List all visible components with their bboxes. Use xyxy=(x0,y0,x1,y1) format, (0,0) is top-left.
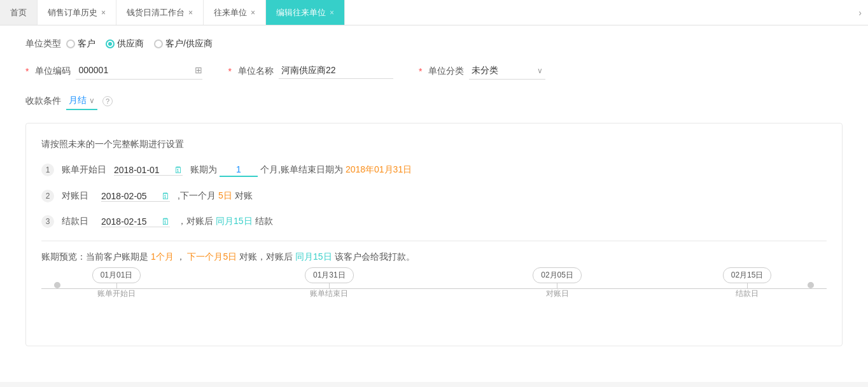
radio-supplier-circle xyxy=(106,39,115,48)
unit-category-value: 未分类 xyxy=(472,65,532,76)
payment-chevron-icon: ∨ xyxy=(89,96,95,105)
calendar-icon-2[interactable]: 🗓 xyxy=(161,191,170,201)
radio-customer-circle xyxy=(66,39,75,48)
period-1-desc: 账期为 个月,账单结束日期为 2018年01月31日 xyxy=(190,163,412,177)
period-num-1: 1 xyxy=(41,164,54,176)
unit-name-group: * 单位名称 xyxy=(228,63,393,79)
radio-both-circle xyxy=(154,39,163,48)
start-date-input-group: 🗓 xyxy=(114,165,183,176)
period-3-prefix: ，对账后 xyxy=(178,216,213,227)
preview-text1: 对账，对账后 xyxy=(239,251,295,262)
radio-customer-label: 客户 xyxy=(78,38,95,50)
chevron-down-icon: ∨ xyxy=(537,66,543,75)
node-4-text: 结款日 xyxy=(736,288,759,299)
tab-partner-label: 往来单位 xyxy=(214,7,247,18)
period-2-suffix: 对账 xyxy=(235,190,253,202)
radio-customer[interactable]: 客户 xyxy=(66,38,95,50)
tab-edit-partner[interactable]: 编辑往来单位 × xyxy=(266,0,345,25)
node-1-line xyxy=(116,283,117,288)
node-3-label: 02月05日 xyxy=(533,267,582,283)
calendar-icon-1[interactable]: 🗓 xyxy=(174,165,183,175)
unit-category-label: 单位分类 xyxy=(428,66,464,77)
help-icon[interactable]: ? xyxy=(102,96,113,106)
end-date-highlight: 2018年01月31日 xyxy=(346,164,412,176)
preview-text: 账期预览：当前客户账期是 1个月 ， 下一个月5日 对账，对账后 同月15日 该… xyxy=(41,251,827,263)
unit-code-group: * 单位编码 ⊞ xyxy=(25,62,202,80)
node-2-line xyxy=(329,283,330,288)
tab-sales-history-close[interactable]: × xyxy=(101,8,106,17)
main-content: 单位类型 客户 供应商 客户/供应商 * 单位编码 xyxy=(0,25,868,382)
months-input[interactable] xyxy=(220,163,258,177)
period-num-2: 2 xyxy=(41,190,54,202)
payment-condition-value: 月结 xyxy=(69,95,87,106)
payment-condition-select[interactable]: 月结 ∨ xyxy=(66,92,97,110)
preview-payment-day: 同月15日 xyxy=(295,251,332,262)
period-num-3: 3 xyxy=(41,215,54,228)
payment-condition-label: 收款条件 xyxy=(25,95,61,107)
period-label-2: 对账日 xyxy=(62,190,94,202)
unit-code-label: 单位编码 xyxy=(35,66,71,77)
unit-code-input[interactable] xyxy=(76,62,192,78)
unit-code-input-wrapper: ⊞ xyxy=(76,62,202,80)
calendar-icon-3[interactable]: 🗓 xyxy=(161,216,170,227)
timeline-line xyxy=(41,288,827,289)
unit-type-label: 单位类型 xyxy=(25,38,61,50)
unit-code-star: * xyxy=(25,66,29,76)
unit-type-row: 单位类型 客户 供应商 客户/供应商 xyxy=(25,38,843,50)
timeline-node-1: 01月01日 账单开始日 xyxy=(92,267,141,299)
tab-cash-work-close[interactable]: × xyxy=(188,8,193,17)
node-2-text: 账单结束日 xyxy=(310,288,348,299)
timeline-node-3: 02月05日 对账日 xyxy=(533,267,582,299)
period-2-desc: ,下一个月5日 对账 xyxy=(178,190,253,202)
period-label-1: 账单开始日 xyxy=(62,164,106,176)
timeline-node-2: 01月31日 账单结束日 xyxy=(305,267,354,299)
node-2-label: 01月31日 xyxy=(305,267,354,283)
period-desc-prefix: 账期为 xyxy=(190,164,217,176)
node-3-text: 对账日 xyxy=(546,288,569,299)
tab-cash-work[interactable]: 钱货日清工作台 × xyxy=(116,0,204,25)
node-4-line xyxy=(747,283,748,288)
copy-icon[interactable]: ⊞ xyxy=(195,65,202,75)
period-2-prefix: ,下一个月 xyxy=(178,190,216,202)
tab-partner-close[interactable]: × xyxy=(251,8,255,17)
period-desc-suffix: 个月,账单结束日期为 xyxy=(260,164,343,176)
tab-more-button[interactable]: › xyxy=(852,0,868,25)
preview-section: 账期预览：当前客户账期是 1个月 ， 下一个月5日 对账，对账后 同月15日 该… xyxy=(41,241,827,330)
preview-text2: 该客户会给我打款。 xyxy=(335,251,415,262)
timeline-bottom-space xyxy=(54,288,814,320)
period-row-3: 3 结款日 🗓 ，对账后 同月15日 结款 xyxy=(41,215,827,228)
payment-date-input[interactable] xyxy=(101,216,158,227)
timeline-node-4: 02月15日 结款日 xyxy=(723,267,772,299)
unit-category-select[interactable]: 未分类 ∨ xyxy=(469,62,545,80)
period-row-1: 1 账单开始日 🗓 账期为 个月,账单结束日期为 2018年01月31日 xyxy=(41,163,827,177)
recon-date-input[interactable] xyxy=(101,191,158,201)
start-date-input[interactable] xyxy=(114,165,171,175)
payment-row: 收款条件 月结 ∨ ? xyxy=(25,92,843,110)
tab-sales-history[interactable]: 销售订单历史 × xyxy=(38,0,116,25)
tab-edit-partner-close[interactable]: × xyxy=(330,8,334,17)
recon-date-input-group: 🗓 xyxy=(101,191,170,202)
tab-home[interactable]: 首页 xyxy=(0,0,38,25)
payment-day-highlight: 同月15日 xyxy=(216,216,253,227)
unit-name-star: * xyxy=(228,66,231,76)
recon-day-highlight: 5日 xyxy=(218,190,232,202)
node-3-line xyxy=(557,283,557,288)
tab-home-label: 首页 xyxy=(10,7,27,18)
unit-info-row: * 单位编码 ⊞ * 单位名称 * 单位分类 未分类 ∨ xyxy=(25,62,843,80)
preview-label: 账期预览：当前客户账期是 xyxy=(41,251,148,262)
unit-name-input[interactable] xyxy=(279,63,393,79)
radio-supplier-label: 供应商 xyxy=(117,38,144,50)
radio-supplier[interactable]: 供应商 xyxy=(106,38,144,50)
preview-recon-day: 下一个月5日 xyxy=(187,251,237,262)
tab-partner[interactable]: 往来单位 × xyxy=(204,0,266,25)
unit-type-group: 单位类型 客户 供应商 客户/供应商 xyxy=(25,38,213,50)
unit-category-star: * xyxy=(419,66,422,76)
period-3-suffix: 结款 xyxy=(255,216,273,227)
radio-both[interactable]: 客户/供应商 xyxy=(154,38,213,50)
timeline-start-dot xyxy=(54,282,60,288)
timeline-nodes: 01月01日 账单开始日 01月31日 账单结束日 02月05日 xyxy=(54,278,814,288)
tab-sales-history-label: 销售订单历史 xyxy=(48,7,97,18)
period-3-desc: ，对账后 同月15日 结款 xyxy=(178,216,273,227)
payment-condition-group: 收款条件 月结 ∨ ? xyxy=(25,92,113,110)
unit-name-label: 单位名称 xyxy=(238,66,274,77)
